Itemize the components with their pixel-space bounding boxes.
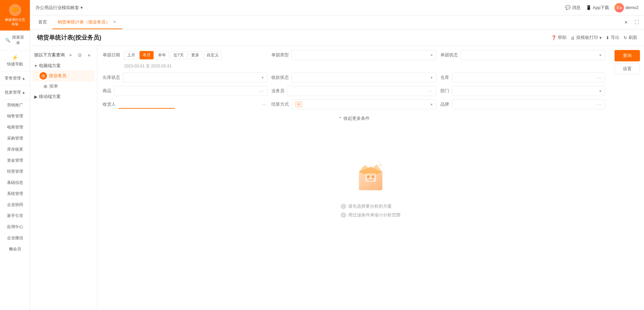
salesman-select[interactable]: ··· <box>287 86 436 96</box>
page-header-actions: ❓ 帮助 🖨 按模板打印 ▾ ⬇ 导出 ↻ 刷新 <box>551 35 637 41</box>
content-body: 按以下方案查询 + ⊙ « ▼ 电脑端方案 按 按业务员 <box>30 46 644 310</box>
operation-label: 经营管理 <box>7 169 23 174</box>
out-status-select[interactable]: ▾ <box>123 72 267 83</box>
sidebar-item-basic-info[interactable]: 基础信息 <box>0 177 30 188</box>
settle-label: 结算方式 <box>271 101 289 107</box>
collapse-panel-button[interactable]: « <box>86 51 93 59</box>
sidebar-item-new-guide[interactable]: 新手引导 <box>0 210 30 221</box>
sidebar-item-retail[interactable]: 零售管理 ▲ <box>0 73 30 84</box>
brand-select[interactable]: ··· <box>452 99 605 109</box>
sidebar-item-collab[interactable]: 企业协同 <box>0 199 30 210</box>
warehouse-group: 仓库 ··· <box>440 72 605 83</box>
filter-row-1: 单据日期 上月 本月 本年 近7天 更多 自定义 <box>103 50 605 60</box>
sidebar-logo[interactable]: 🧡 畅捷通好生意 标版 <box>0 0 30 31</box>
sidebar-item-enterprise-wechat[interactable]: 企业微信 <box>0 232 30 244</box>
dept-select[interactable]: ▾ <box>452 86 605 96</box>
tab-home[interactable]: 首页 <box>33 15 52 29</box>
help-button[interactable]: ❓ 帮助 <box>551 35 567 41</box>
tab-close-icon[interactable]: ✕ <box>112 19 117 24</box>
settle-tag-close[interactable]: × <box>298 102 300 107</box>
collapse-arrow-icon: ⌃ <box>338 116 342 121</box>
date-btn-this-month[interactable]: 本月 <box>140 51 154 59</box>
settle-select[interactable]: × ▾ <box>291 99 436 109</box>
receiver-input[interactable] <box>118 100 175 109</box>
logo-subtext: 标版 <box>12 22 18 27</box>
tab-home-label: 首页 <box>38 19 47 25</box>
tab-fullscreen-button[interactable]: ⛶ <box>632 18 641 27</box>
wholesale-label: 批发管理 <box>5 90 21 95</box>
print-label: 按模板打印 <box>576 35 598 41</box>
tab-close-all-button[interactable]: ✕ <box>621 18 631 27</box>
sub-item-icon: ⊞ <box>44 84 47 89</box>
brand-group: 品牌 ··· <box>440 99 605 109</box>
sidebar-item-app-center[interactable]: 应用中心 <box>0 221 30 232</box>
date-btn-more[interactable]: 更多 <box>188 51 202 59</box>
breadcrumb-dropdown[interactable]: 办公用品行业模拟账套 ▾ <box>36 5 83 11</box>
warehouse-select[interactable]: ··· <box>452 72 605 83</box>
retail-arrow-icon: ▲ <box>22 76 25 80</box>
schema-item-by-salesman[interactable]: 按 按业务员 <box>33 70 94 82</box>
export-button[interactable]: ⬇ 导出 <box>606 35 620 41</box>
add-schema-button[interactable]: + <box>67 51 74 59</box>
sidebar-item-operation[interactable]: 经营管理 <box>0 166 30 177</box>
salesman-label: 业务员 <box>271 88 284 94</box>
brand-dots-icon: ··· <box>596 102 601 107</box>
user-name: demo2 <box>625 5 639 10</box>
sidebar-item-purchase[interactable]: 采购管理 <box>0 133 30 144</box>
hint-num-2: 2 <box>341 212 346 218</box>
date-btn-custom[interactable]: 自定义 <box>204 51 222 59</box>
print-button[interactable]: 🖨 按模板打印 ▾ <box>571 35 602 41</box>
schema-sub-item-by-order[interactable]: ⊞ 按单 <box>33 82 94 91</box>
date-btn-last-month[interactable]: 上月 <box>124 51 138 59</box>
sidebar-item-marketing[interactable]: 营销推广 <box>0 100 30 111</box>
dept-label: 部门 <box>440 88 449 94</box>
message-button[interactable]: 💬 消息 <box>565 5 581 11</box>
sidebar-item-wholesale[interactable]: 批发管理 ▲ <box>0 87 30 98</box>
doc-status-select[interactable]: ▾ <box>461 50 605 60</box>
query-button[interactable]: 查询 <box>614 50 640 61</box>
search-menu-button[interactable]: 🔍 搜索菜单 <box>3 33 27 47</box>
date-btn-7days[interactable]: 近7天 <box>170 51 187 59</box>
receiver-group: 收货人 ··· <box>103 100 267 109</box>
settings-schema-button[interactable]: ⊙ <box>76 51 84 59</box>
nav-retail: 零售管理 ▲ <box>0 71 30 86</box>
sidebar-item-finance[interactable]: 资金管理 <box>0 155 30 166</box>
logo-text: 畅捷通好生意 <box>5 17 25 22</box>
ecommerce-label: 电商管理 <box>7 124 23 130</box>
dropdown-icon: ▾ <box>80 5 83 10</box>
close-all-icon: ✕ <box>624 20 628 25</box>
logo-icon: 🧡 <box>9 4 21 16</box>
collapse-more-conditions-button[interactable]: ⌃ 收起更多条件 <box>103 113 605 124</box>
app-download-button[interactable]: 📱 App下载 <box>586 5 609 11</box>
sidebar-item-sales[interactable]: 销售管理 <box>0 111 30 122</box>
sidebar-item-member[interactable]: 畅会员 <box>0 244 30 255</box>
settings-button[interactable]: 设置 <box>614 63 640 74</box>
doc-type-select[interactable]: ▾ <box>291 50 436 60</box>
date-btn-this-year[interactable]: 本年 <box>155 51 169 59</box>
svg-point-9 <box>372 175 374 178</box>
refresh-button[interactable]: ↻ 刷新 <box>624 35 637 41</box>
sidebar-item-quick-nav[interactable]: ⚡ 快捷导航 <box>0 52 30 70</box>
schema-item-icon: 按 <box>40 72 47 80</box>
quick-nav-label: 快捷导航 <box>7 61 23 67</box>
mobile-group-icon: ▶ <box>34 94 38 99</box>
sidebar-item-ecommerce[interactable]: 电商管理 <box>0 122 30 133</box>
message-label: 消息 <box>572 5 581 11</box>
schema-group-mobile-header[interactable]: ▶ 移动端方案 <box>33 92 94 101</box>
goods-select[interactable]: ··· <box>114 86 267 96</box>
sidebar-item-inventory[interactable]: 库存核算 <box>0 144 30 155</box>
date-filter-group: 单据日期 上月 本月 本年 近7天 更多 自定义 <box>103 51 267 59</box>
tab-sales-stat[interactable]: 销货单统计表（按业务员） ✕ <box>52 15 122 29</box>
recv-status-label: 收款状态 <box>271 74 289 81</box>
sidebar-item-system[interactable]: 系统管理 <box>0 188 30 199</box>
print-icon: 🖨 <box>571 35 575 40</box>
inventory-label: 库存核算 <box>7 147 23 152</box>
hint-num-1: 1 <box>341 204 346 209</box>
settle-group: 结算方式 × ▾ <box>271 99 436 109</box>
schema-group-desktop-header[interactable]: ▼ 电脑端方案 <box>33 61 94 70</box>
recv-status-select[interactable]: ▾ <box>291 72 436 83</box>
user-profile[interactable]: Ea demo2 <box>614 3 639 12</box>
app-download-icon: 📱 <box>586 5 591 10</box>
date-range-text: 2023-03-01 至 2023-03-31 <box>124 64 171 68</box>
date-buttons: 上月 本月 本年 近7天 更多 自定义 <box>124 51 267 59</box>
